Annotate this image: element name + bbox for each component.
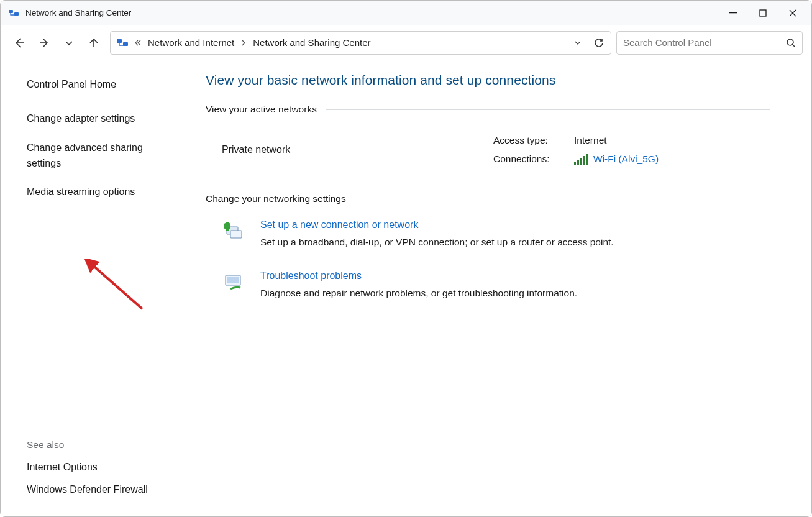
minimize-button[interactable] <box>718 1 748 25</box>
troubleshoot-item: Troubleshoot problems Diagnose and repai… <box>223 270 770 299</box>
troubleshoot-link[interactable]: Troubleshoot problems <box>260 270 362 281</box>
access-type-value: Internet <box>574 135 607 146</box>
svg-rect-10 <box>226 222 229 231</box>
network-type-label: Private network <box>222 144 290 155</box>
search-input[interactable] <box>623 37 782 48</box>
control-panel-home-link[interactable]: Control Panel Home <box>27 78 173 91</box>
troubleshoot-desc: Diagnose and repair network problems, or… <box>260 288 577 299</box>
sidebar: Control Panel Home Change adapter settin… <box>1 60 187 516</box>
svg-rect-4 <box>117 39 122 43</box>
body: Control Panel Home Change adapter settin… <box>1 60 811 516</box>
search-icon <box>786 38 796 48</box>
svg-point-6 <box>787 39 793 45</box>
network-sharing-icon <box>116 36 129 50</box>
main-content: View your basic network information and … <box>187 60 811 516</box>
nav-back-button[interactable] <box>8 32 30 54</box>
setup-connection-icon <box>223 219 248 248</box>
nav-forward-button[interactable] <box>33 32 55 54</box>
close-button[interactable] <box>778 1 808 25</box>
setup-connection-desc: Set up a broadband, dial-up, or VPN conn… <box>260 237 614 248</box>
breadcrumb-item[interactable]: Network and Sharing Center <box>249 35 374 50</box>
breadcrumb-item[interactable]: Network and Internet <box>144 35 238 50</box>
window-frame: Network and Sharing Center <box>0 0 812 517</box>
page-title: View your basic network information and … <box>206 73 770 88</box>
svg-rect-0 <box>9 10 13 13</box>
change-advanced-sharing-link[interactable]: Change advanced sharing settings <box>27 139 173 173</box>
see-also-heading: See also <box>27 439 173 451</box>
search-box[interactable] <box>616 31 803 55</box>
svg-rect-8 <box>230 231 242 238</box>
active-networks-heading: View your active networks <box>206 104 770 115</box>
setup-connection-link[interactable]: Set up a new connection or network <box>260 219 418 231</box>
setup-connection-item: Set up a new connection or network Set u… <box>223 219 770 248</box>
navbar: Network and Internet Network and Sharing… <box>1 25 811 60</box>
chevron-right-icon <box>239 40 248 46</box>
titlebar: Network and Sharing Center <box>1 1 811 25</box>
svg-rect-2 <box>729 12 737 13</box>
windows-defender-firewall-link[interactable]: Windows Defender Firewall <box>27 483 173 496</box>
troubleshoot-icon <box>223 270 248 299</box>
refresh-button[interactable] <box>588 32 609 53</box>
connection-link[interactable]: Wi-Fi (Alvi_5G) <box>593 153 659 165</box>
address-dropdown-button[interactable] <box>567 32 588 53</box>
nav-up-button[interactable] <box>83 32 105 54</box>
svg-rect-12 <box>227 277 239 283</box>
network-sharing-icon <box>8 7 19 19</box>
address-bar[interactable]: Network and Internet Network and Sharing… <box>110 31 611 55</box>
nav-recent-button[interactable] <box>58 32 80 54</box>
wifi-signal-icon <box>574 154 588 165</box>
svg-rect-3 <box>760 10 766 16</box>
change-settings-heading: Change your networking settings <box>206 193 770 204</box>
connections-label: Connections: <box>493 153 574 165</box>
change-adapter-settings-link[interactable]: Change adapter settings <box>27 110 173 128</box>
media-streaming-options-link[interactable]: Media streaming options <box>27 183 173 201</box>
active-network-panel: Private network Access type: Internet Co… <box>206 122 770 193</box>
internet-options-link[interactable]: Internet Options <box>27 460 173 474</box>
access-type-label: Access type: <box>493 135 574 146</box>
chevron-left-double-icon[interactable] <box>133 39 143 47</box>
window-title: Network and Sharing Center <box>25 8 131 17</box>
maximize-button[interactable] <box>748 1 778 25</box>
